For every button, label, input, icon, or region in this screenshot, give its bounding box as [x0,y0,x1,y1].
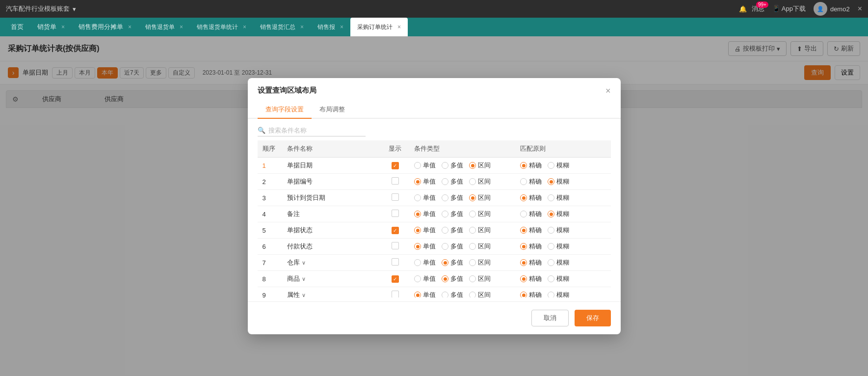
match-exact-3[interactable]: 精确 [520,193,542,202]
search-input-wrap[interactable]: 🔍 [258,125,366,136]
cancel-btn[interactable]: 取消 [531,310,569,326]
dropdown-icon[interactable]: ∨ [302,292,306,297]
tab-query-fields[interactable]: 查询字段设置 [258,101,312,119]
dropdown-arrow-icon[interactable]: ▾ [73,5,76,13]
type-multi-3[interactable]: 多值 [442,193,463,202]
row-type-8: 单值 多值 区间 [409,271,515,287]
type-single-5[interactable]: 单值 [414,226,436,235]
type-range-6[interactable]: 区间 [469,242,491,251]
row-display-2[interactable] [381,174,409,190]
type-single-1[interactable]: 单值 [414,161,436,170]
type-single-3[interactable]: 单值 [414,193,436,202]
dialog-close-btn[interactable]: × [605,86,611,95]
type-range-1[interactable]: 区间 [469,161,491,170]
type-range-4[interactable]: 区间 [469,210,491,218]
app-name-area: 汽车配件行业模板账套 ▾ [6,4,76,13]
type-single-4[interactable]: 单值 [414,210,436,218]
tab-sales-return[interactable]: 销售退货单 × [138,18,190,36]
display-checkbox-2[interactable] [392,177,399,185]
row-display-3[interactable] [381,190,409,206]
match-fuzzy-3[interactable]: 模糊 [548,193,569,202]
match-exact-6[interactable]: 精确 [520,242,542,251]
row-type-1: 单值 多值 区间 [409,158,515,174]
type-multi-6[interactable]: 多值 [442,242,463,251]
tab5[interactable]: 销售退货汇总 × [253,18,311,36]
match-fuzzy-2[interactable]: 模糊 [548,177,569,186]
display-checkbox-3[interactable] [392,193,399,201]
tab-sales-order-close[interactable]: × [61,24,65,30]
tab5-close[interactable]: × [300,24,304,30]
type-range-5[interactable]: 区间 [469,226,491,235]
type-multi-1[interactable]: 多值 [442,161,463,170]
row-display-1[interactable] [381,158,409,174]
notification-area[interactable]: 🔔 99+ 消息 [739,4,764,13]
tab-sales-fee-split-close[interactable]: × [128,24,132,30]
row-display-8[interactable] [381,271,409,287]
display-checkbox-4[interactable] [392,210,399,217]
tab6[interactable]: 销售报 × [311,18,350,36]
match-exact-1[interactable]: 精确 [520,161,542,170]
dropdown-icon[interactable]: ∨ [302,276,306,282]
match-exact-4[interactable]: 精确 [520,210,542,218]
row-display-5[interactable] [381,222,409,239]
tab6-close[interactable]: × [340,24,343,30]
type-range-2[interactable]: 区间 [469,177,491,186]
display-checkbox-8[interactable] [392,275,399,283]
tab-purchase-order-stats-close[interactable]: × [397,24,401,30]
save-btn[interactable]: 保存 [575,310,611,326]
match-fuzzy-4[interactable]: 模糊 [548,210,569,218]
display-checkbox-1[interactable] [392,162,399,169]
type-multi-8[interactable]: 多值 [442,274,463,283]
type-single-6[interactable]: 单值 [414,242,436,251]
type-range-7[interactable]: 区间 [469,258,491,267]
match-fuzzy-1[interactable]: 模糊 [548,161,569,170]
row-display-4[interactable] [381,206,409,222]
tab-sales-fee-split[interactable]: 销售费用分摊单 × [72,18,138,36]
tab-sales-return-close[interactable]: × [180,24,183,30]
match-exact-5[interactable]: 精确 [520,226,542,235]
type-single-7[interactable]: 单值 [414,258,436,267]
row-name-9: 属性 ∨ [282,287,381,298]
display-checkbox-9[interactable] [392,291,399,297]
type-single-2[interactable]: 单值 [414,177,436,186]
row-display-6[interactable] [381,239,409,255]
app-download-btn[interactable]: 📱 App下载 [772,4,806,13]
row-display-9[interactable] [381,287,409,298]
type-multi-5[interactable]: 多值 [442,226,463,235]
tab-sales-order[interactable]: 销货单 × [30,18,72,36]
match-fuzzy-9[interactable]: 模糊 [548,291,569,297]
row-type-7: 单值 多值 区间 [409,255,515,271]
type-range-3[interactable]: 区间 [469,193,491,202]
row-display-7[interactable] [381,255,409,271]
match-fuzzy-7[interactable]: 模糊 [548,258,569,267]
display-checkbox-5[interactable] [392,227,399,234]
display-checkbox-7[interactable] [392,258,399,266]
match-exact-7[interactable]: 精确 [520,258,542,267]
tab-home[interactable]: 首页 [4,18,30,36]
type-multi-9[interactable]: 多值 [442,291,463,297]
dropdown-icon[interactable]: ∨ [302,260,306,266]
user-area[interactable]: 👤 demo2 [814,2,850,16]
type-multi-4[interactable]: 多值 [442,210,463,218]
tab-layout-adjust[interactable]: 布局调整 [312,101,353,119]
tab-purchase-order-stats[interactable]: 采购订单统计 × [350,18,408,36]
type-range-9[interactable]: 区间 [469,291,491,297]
row-name-1: 单据日期 [282,158,381,174]
row-type-3: 单值 多值 区间 [409,190,515,206]
type-multi-2[interactable]: 多值 [442,177,463,186]
type-range-8[interactable]: 区间 [469,274,491,283]
match-fuzzy-6[interactable]: 模糊 [548,242,569,251]
match-fuzzy-8[interactable]: 模糊 [548,274,569,283]
search-input[interactable] [268,127,357,134]
tab4-close[interactable]: × [243,24,246,30]
match-exact-2[interactable]: 精确 [520,177,542,186]
match-fuzzy-5[interactable]: 模糊 [548,226,569,235]
tab4[interactable]: 销售退货单统计 × [190,18,253,36]
type-single-9[interactable]: 单值 [414,291,436,297]
type-single-8[interactable]: 单值 [414,274,436,283]
type-multi-7[interactable]: 多值 [442,258,463,267]
match-exact-8[interactable]: 精确 [520,274,542,283]
display-checkbox-6[interactable] [392,242,399,249]
close-window-btn[interactable]: × [858,4,862,13]
match-exact-9[interactable]: 精确 [520,291,542,297]
